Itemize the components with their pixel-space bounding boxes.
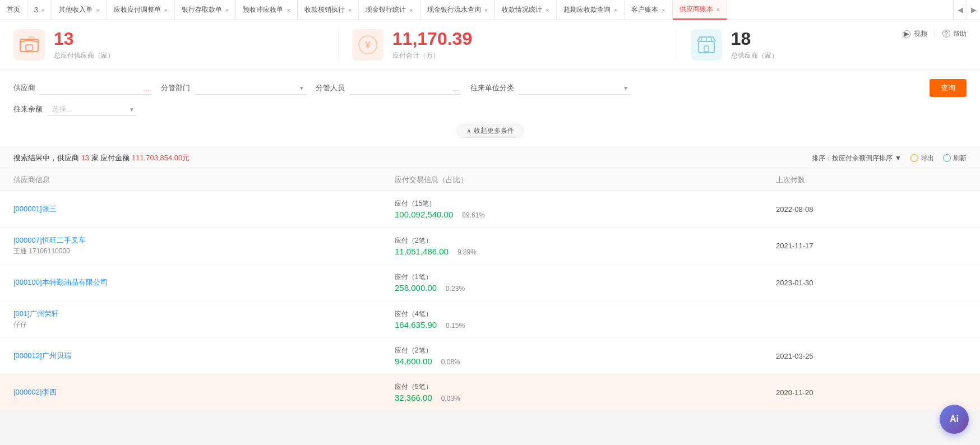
close-icon[interactable]: × [96, 7, 99, 13]
tx-label: 应付（2笔） [395, 236, 776, 245]
close-icon[interactable]: × [164, 7, 168, 13]
payable-suppliers-content: 13 总应付供应商（家） [54, 29, 114, 61]
collapse-button[interactable]: ∧ 收起更多条件 [457, 124, 524, 138]
result-info-prefix: 搜索结果中，供应商 [13, 154, 79, 162]
nav-tab-supplier-book-label: 供应商账本 [679, 4, 713, 14]
supplier-icon [13, 29, 45, 61]
nav-tab-cash-bank-stat[interactable]: 现金银行统计 × [359, 0, 420, 20]
nav-tab-ar-ap-adjust[interactable]: 应收应付调整单 × [107, 0, 175, 20]
result-bar: 搜索结果中，供应商 13 家 应付金额 111,703,854.00元 排序：按… [0, 147, 980, 169]
tx-label: 应付（1笔） [395, 272, 776, 282]
nav-next-arrow[interactable]: ▶ [967, 0, 980, 20]
nav-tab-overdue-ar[interactable]: 超期应收款查询 × [557, 0, 625, 20]
supplier-link[interactable]: [001]广州荣轩 [13, 309, 59, 318]
nav-tab-receipt-verify[interactable]: 收款核销执行 × [298, 0, 359, 20]
tx-row: 32,366.00 0.03% [395, 392, 776, 402]
tx-amount[interactable]: 94,600.00 [395, 356, 432, 366]
payable-suppliers-count: 13 [54, 29, 114, 49]
tx-cell: 应付（2笔） 11,051,486.00 9.89% [395, 236, 776, 256]
category-filter-label: 往来单位分类 [470, 83, 514, 93]
nav-tab-prepay-ar[interactable]: 预收冲应收单 × [236, 0, 297, 20]
tx-row: 100,092,540.00 89.61% [395, 208, 776, 219]
export-button[interactable]: 导出 [910, 154, 934, 163]
close-icon[interactable]: × [409, 7, 413, 13]
tx-label: 应付（15笔） [395, 199, 776, 208]
supplier-cell: [000007]恒旺二手叉车 王通 17106110000 [13, 235, 395, 256]
close-icon[interactable]: × [662, 7, 665, 13]
data-table: 供应商信息 应付交易信息（占比） 上次付数 [000001]张三 应付（15笔）… [0, 169, 980, 411]
nav-tab-bank-deposit[interactable]: 银行存取款单 × [175, 0, 236, 20]
close-icon[interactable]: × [41, 7, 45, 13]
tx-amount[interactable]: 11,051,486.00 [395, 247, 449, 256]
nav-tab-home[interactable]: 首页 [0, 0, 27, 20]
close-icon[interactable]: × [546, 7, 549, 13]
tx-cell: 应付（5笔） 32,366.00 0.03% [395, 382, 776, 402]
svg-rect-5 [704, 46, 709, 52]
nav-tab-receipt-verify-label: 收款核销执行 [304, 5, 345, 15]
dept-filter-label: 分管部门 [161, 83, 190, 93]
category-input-wrapper: ▼ [519, 81, 631, 95]
category-input[interactable] [519, 81, 631, 95]
supplier-filter: 供应商 ... [13, 81, 152, 95]
sort-button[interactable]: 排序：按应付余额倒序排序 ▼ [812, 154, 902, 163]
balance-select[interactable] [47, 103, 137, 116]
tx-amount[interactable]: 258,000.00 [395, 283, 437, 293]
close-icon[interactable]: × [225, 7, 229, 13]
tx-amount[interactable]: 164,635.90 [395, 320, 437, 330]
payable-amount: 11,170.39 [392, 29, 472, 49]
supplier-link[interactable]: [000012]广州贝瑞 [13, 351, 71, 360]
nav-tab-other-income[interactable]: 其他收入单 × [52, 0, 107, 20]
tx-pct: 0.08% [441, 358, 460, 366]
query-button[interactable]: 查询 [930, 79, 967, 97]
supplier-input[interactable] [40, 81, 152, 95]
nav-tab-overdue-ar-label: 超期应收款查询 [563, 5, 611, 15]
nav-tab-receipt-stat[interactable]: 收款情况统计 × [495, 0, 556, 20]
close-icon[interactable]: × [484, 7, 488, 13]
close-icon[interactable]: × [716, 6, 720, 13]
nav-tab-bank-deposit-label: 银行存取款单 [182, 5, 222, 15]
nav-prev-arrow[interactable]: ◀ [953, 0, 967, 20]
svg-rect-1 [26, 45, 33, 50]
tx-amount[interactable]: 100,092,540.00 [395, 210, 453, 219]
amount-icon: ¥ [352, 29, 383, 61]
supplier-link[interactable]: [000002]李四 [13, 388, 57, 396]
svg-line-8 [711, 37, 712, 41]
supplier-link[interactable]: [000007]恒旺二手叉车 [13, 236, 86, 244]
close-icon[interactable]: × [348, 7, 352, 13]
table-row: [000001]张三 应付（15笔） 100,092,540.00 89.61%… [0, 191, 980, 228]
supplier-cell: [000002]李四 [13, 387, 395, 397]
nav-tab-3-label: 3 [34, 6, 38, 14]
refresh-button[interactable]: 刷新 [943, 154, 967, 163]
total-suppliers-content: 18 总供应商（家） [731, 29, 778, 61]
nav-tab-3[interactable]: 3 × [27, 0, 52, 20]
nav-tab-customer-book[interactable]: 客户账本 × [625, 0, 672, 20]
tx-row: 11,051,486.00 9.89% [395, 245, 776, 256]
col-header-lastpay: 上次付数 [776, 175, 967, 185]
nav-tab-supplier-book[interactable]: 供应商账本 × [673, 0, 727, 20]
video-link[interactable]: ▶ 视频 [903, 29, 927, 39]
payable-amount-content: 11,170.39 应付合计（万） [392, 29, 472, 61]
close-icon[interactable]: × [286, 7, 290, 13]
result-supplier-count: 13 [81, 154, 89, 162]
nav-tab-cash-bank-flow[interactable]: 现金银行流水查询 × [420, 0, 495, 20]
result-actions: 排序：按应付余额倒序排序 ▼ 导出 刷新 [812, 154, 967, 163]
tx-label: 应付（2笔） [395, 346, 776, 355]
last-pay-cell: 2022-08-08 [776, 205, 967, 214]
svg-line-6 [701, 37, 702, 41]
dept-filter: 分管部门 ▼ [161, 81, 307, 95]
result-info-mid: 家 应付金额 [91, 154, 130, 162]
tx-pct: 0.15% [446, 322, 465, 330]
supplier-input-wrapper: ... [40, 81, 152, 95]
person-input[interactable] [349, 81, 461, 95]
supplier-link[interactable]: [000001]张三 [13, 205, 57, 213]
tx-amount[interactable]: 32,366.00 [395, 393, 432, 402]
result-info: 搜索结果中，供应商 13 家 应付金额 111,703,854.00元 [13, 153, 189, 163]
dept-input[interactable] [195, 81, 307, 95]
help-link[interactable]: ? 帮助 [942, 29, 967, 39]
close-icon[interactable]: × [614, 7, 617, 13]
person-filter-label: 分管人员 [316, 83, 345, 93]
table-row: [000007]恒旺二手叉车 王通 17106110000 应付（2笔） 11,… [0, 228, 980, 265]
supplier-cell: [001]广州荣轩 仔仔 [13, 309, 395, 330]
tx-row: 94,600.00 0.08% [395, 355, 776, 366]
supplier-link[interactable]: [000100]本特勤油品有限公司 [13, 278, 108, 286]
